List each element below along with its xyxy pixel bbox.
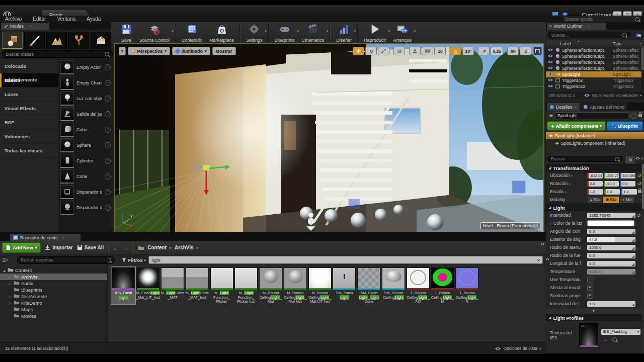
mode-geometry-button[interactable] — [91, 32, 111, 49]
reset-icon[interactable]: ↺ — [637, 173, 641, 178]
add-component-button[interactable]: +Añadir componente▾ — [547, 121, 606, 131]
cinematics-button[interactable]: Cinematics▾ — [302, 23, 325, 43]
expand-arrow-icon[interactable]: ▷ — [8, 275, 12, 279]
reset-icon[interactable]: ↺ — [636, 213, 640, 218]
value-field[interactable]: 1.0◢ — [587, 301, 635, 307]
asset-t-roundceilinglight-m[interactable]: T_RoundCeilingLight_M — [431, 267, 455, 304]
browse-icon[interactable] — [612, 337, 617, 342]
filters-button[interactable]: Filtros▾ — [122, 257, 145, 263]
value-field[interactable]: 0.0◢ — [587, 229, 635, 234]
mode-place-button[interactable] — [2, 32, 23, 49]
details-search-input[interactable]: Buscar — [547, 156, 623, 162]
expand-advanced-button[interactable]: ▼ — [546, 309, 641, 314]
mode-landscape-button[interactable] — [46, 32, 67, 49]
scale-snap-button[interactable]: ↗ — [478, 47, 490, 55]
transform-x-field[interactable]: 1.0 — [587, 189, 603, 195]
property-label[interactable]: Ubicación ▾ — [546, 173, 587, 178]
placeable-empty-charac[interactable]: Empty Charac? — [58, 75, 111, 90]
folder-kitedemo[interactable]: ▷KiteDemo — [0, 300, 107, 306]
forward-button[interactable]: → — [123, 244, 129, 251]
property-label[interactable]: Rotación ▾ — [546, 181, 587, 186]
expand-arrow-icon[interactable]: ▷ — [8, 295, 12, 298]
type-filter-icon[interactable]: ▾ — [639, 42, 641, 45]
outliner-column-header[interactable]: Label ▲ Tipo ▾ — [546, 40, 644, 47]
view-options-button[interactable]: Opciones de vista▾ — [495, 346, 541, 351]
property-label[interactable]: Escala ▾ — [546, 189, 587, 194]
placeable-cone[interactable]: Cone? — [58, 168, 111, 184]
modes-search-input[interactable]: Buscar clases — [2, 50, 113, 58]
folder-josevicente[interactable]: ▷JoseVicente — [0, 293, 107, 300]
help-icon[interactable]: ? — [105, 127, 111, 133]
asset-m-lightfunction-flicker[interactable]: M_LightFunction_Flicker — [210, 267, 234, 304]
outliner-scrollbar[interactable] — [641, 47, 643, 90]
value-field[interactable]: 1000.0◢ — [587, 245, 635, 250]
help-icon[interactable]: ? — [105, 158, 111, 164]
component-row-inherited[interactable]: SpotLightComponent (Inherited) — [546, 140, 644, 147]
mode-foliage-button[interactable] — [68, 32, 89, 49]
tab-world-outliner[interactable]: ≡ World Outliner× — [547, 23, 606, 30]
folder-blueprints[interactable]: Blueprints — [0, 287, 107, 293]
placeable-disparador-de[interactable]: Disparador de? — [58, 200, 111, 215]
placeable-cube[interactable]: Cube? — [58, 122, 111, 137]
asset-sm-flashlight[interactable]: SM_FlashLight — [332, 267, 356, 304]
import-button[interactable]: Importar — [45, 245, 73, 250]
value-field[interactable]: 0.0◢ — [587, 261, 635, 266]
outliner-search-input[interactable]: Buscar... — [548, 32, 630, 38]
add-new-button[interactable]: Add New▾ — [2, 242, 41, 253]
menu-archivo[interactable]: Archivo — [5, 16, 22, 22]
dropdown-caret-icon[interactable]: ▾ — [327, 29, 329, 33]
help-icon[interactable]: ? — [630, 113, 636, 119]
eye-icon[interactable] — [546, 48, 555, 53]
mobility-option-2[interactable]: +Mo — [619, 196, 634, 204]
category-todas-las-clases[interactable]: Todas las clases — [0, 144, 58, 158]
folder-search-input[interactable]: Buscar carpetas — [17, 256, 115, 264]
transform-z-field[interactable]: 1.0 — [621, 189, 637, 195]
color-swatch[interactable] — [587, 220, 634, 226]
section-header-light[interactable]: ◢Light — [546, 204, 641, 211]
actor-name-input[interactable]: SpotLight — [555, 112, 628, 119]
value-field[interactable]: 6500.0◢ — [587, 269, 635, 275]
value-field[interactable]: 1385.73645◢ — [587, 213, 635, 218]
outliner-row-triggerbox2[interactable]: TriggerBox2TriggerBox — [546, 83, 642, 89]
placeable-disparador-de[interactable]: Disparador de? — [58, 184, 111, 200]
dropdown-caret-icon[interactable]: ▾ — [297, 29, 299, 33]
details-visibility-button[interactable]: ▾ — [635, 156, 642, 160]
blueprint-button[interactable]: Blueprint — [607, 121, 643, 131]
rotation-snap-value[interactable]: 10° — [462, 47, 474, 55]
value-field[interactable]: 44.0◢ — [587, 237, 635, 242]
checkbox[interactable]: ✓ — [587, 285, 593, 291]
help-icon[interactable]: ? — [105, 205, 111, 211]
folder-content[interactable]: ◢Content — [0, 267, 107, 274]
category-bsp[interactable]: BSP — [0, 116, 58, 130]
scale-snap-value[interactable]: 0,25 — [491, 47, 503, 55]
folder-movies[interactable]: Movies — [0, 313, 107, 319]
component-row-instance[interactable]: SpotLight (Instance) — [546, 132, 644, 139]
transform-y-field[interactable]: -90.0 — [604, 181, 619, 187]
clear-search-icon[interactable]: × — [537, 257, 540, 263]
diseñar-button[interactable]: Diseñar▾ — [336, 23, 352, 43]
details-scrollbar[interactable] — [642, 164, 644, 353]
eye-icon[interactable] — [546, 84, 555, 89]
outliner-row-spherereflectioncapt[interactable]: SphereReflectionCapt.SphereReflec — [546, 59, 642, 65]
outliner-row-spherereflectioncapt[interactable]: SphereReflectionCapt.SphereReflec — [546, 53, 642, 59]
lock-icon[interactable] — [638, 190, 641, 193]
expand-arrow-icon[interactable]: ◢ — [2, 268, 6, 272]
outliner-row-spotlight[interactable]: SpotLightSpotLight — [546, 71, 642, 77]
contenido-button[interactable]: Contenido — [182, 23, 202, 43]
placeable-salida-del-juga[interactable]: Salida del juga? — [58, 106, 111, 122]
breadcrumb-archvis[interactable]: ArchVis — [175, 245, 194, 250]
settings-button[interactable]: Settings▾ — [246, 23, 263, 43]
expand-arrow-icon[interactable]: ▷ — [8, 301, 12, 305]
asset-ies-flashlight[interactable]: IES_FlashLight — [111, 267, 135, 304]
eye-icon[interactable] — [546, 72, 555, 77]
asset-m-roundceilinglight-mat-inst[interactable]: M_RoundCeilingLight_Mat Inst — [283, 267, 307, 304]
help-icon[interactable]: ? — [105, 189, 111, 195]
transform-z-field[interactable]: 304.598 — [620, 173, 635, 178]
mobility-option-1[interactable]: ◉Sta — [603, 196, 619, 204]
breadcrumb-content[interactable]: Content — [147, 245, 167, 250]
folder-archvis[interactable]: ▷ArchVis — [0, 274, 107, 280]
asset-sm-roundceilinglight[interactable]: SM_RoundCeilingLight — [381, 267, 406, 304]
rotate-tool-button[interactable]: ↻ — [365, 47, 377, 55]
dropdown-caret-icon[interactable]: ▾ — [414, 29, 416, 33]
asset-t-roundceilinglight-ao[interactable]: T_RoundCeilingLight_AO — [406, 267, 430, 304]
